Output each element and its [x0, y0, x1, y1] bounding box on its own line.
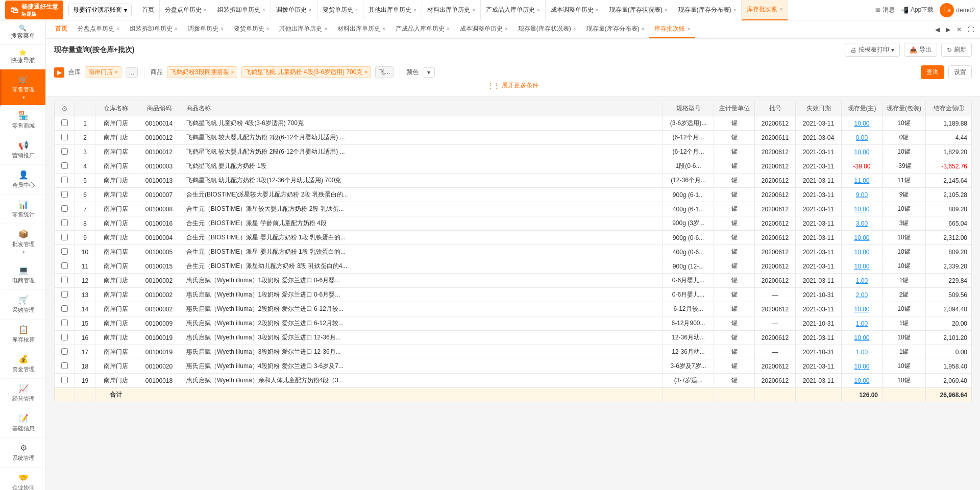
row-checkbox-17[interactable] [61, 362, 68, 369]
row-checkbox-6[interactable] [61, 205, 68, 212]
row-checkbox-14[interactable] [61, 320, 68, 326]
row-checkbox-8[interactable] [61, 234, 68, 240]
sidebar-item-finance[interactable]: 💰资金管理 [0, 349, 45, 379]
top-tab-close-xczl1[interactable]: × [665, 7, 668, 13]
row-checkbox-18[interactable] [61, 377, 68, 383]
account-selector[interactable]: 母婴行业演示账套 ▾ [68, 4, 132, 16]
sidebar-item-operation[interactable]: 📈经营管理 [0, 379, 45, 408]
cell-checkbox-5[interactable] [55, 188, 75, 202]
top-tab-close-kcpcc[interactable]: × [779, 7, 782, 12]
sub-tab-dysc[interactable]: 调拨单历史× [183, 20, 229, 38]
top-tab-close-xczl2[interactable]: × [733, 7, 737, 13]
nav-left-arrow[interactable]: ◀ [933, 25, 942, 34]
cell-stock-6[interactable]: 10.00 [842, 202, 883, 216]
top-tab-cbtzsc[interactable]: 成本调整单历史 × [546, 0, 604, 20]
cell-checkbox-9[interactable] [55, 245, 75, 259]
row-checkbox-15[interactable] [61, 334, 68, 340]
filter-expand-toggle[interactable]: ▶ [54, 67, 64, 78]
top-tab-close-dysc[interactable]: × [309, 7, 312, 13]
cell-stock-9[interactable]: 10.00 [842, 245, 883, 259]
cell-stock-10[interactable]: 10.00 [842, 259, 883, 274]
row-checkbox-11[interactable] [61, 277, 68, 283]
user-area[interactable]: Ea demo2 [940, 3, 975, 17]
cell-checkbox-8[interactable] [55, 231, 75, 245]
sidebar-item-ecommerce[interactable]: 💻电商管理 [0, 260, 45, 290]
top-tab-kcpcc[interactable]: 库存批次账 × [742, 0, 788, 20]
column-settings-icon[interactable]: ⚙ [61, 105, 68, 113]
sub-tab-close-ygsc[interactable]: × [266, 26, 270, 32]
top-tab-xczl1[interactable]: 现存量(库存状况表) × [604, 0, 673, 20]
sub-tab-close-qtcsc[interactable]: × [324, 26, 327, 32]
top-tab-qtcsc[interactable]: 其他出库单历史 × [363, 0, 422, 20]
row-checkbox-0[interactable] [61, 119, 68, 126]
cell-stock-18[interactable]: 10.00 [842, 374, 883, 388]
nav-expand-icon[interactable]: ⛶ [966, 25, 976, 34]
sub-tab-clcsc[interactable]: 材料出库单历史× [332, 20, 390, 38]
nav-close-icon[interactable]: ✕ [954, 25, 964, 34]
goods-tag-1[interactable]: 飞鹤奶粉3段同捆搭装 × [167, 66, 238, 78]
top-tab-close-cbtzsc[interactable]: × [596, 7, 599, 13]
color-filter-select[interactable]: ▾ [423, 67, 435, 78]
cell-checkbox-17[interactable] [55, 359, 75, 374]
sidebar-item-inventory[interactable]: 📋库存核算 [0, 320, 45, 349]
cell-checkbox-13[interactable] [55, 302, 75, 316]
goods-tag-more[interactable]: 飞... [375, 66, 394, 78]
sub-tab-close-xczl2[interactable]: × [642, 26, 645, 32]
sub-tab-zucjsc[interactable]: 组装拆卸单历史× [125, 20, 183, 38]
refresh-button[interactable]: ↻ 刷新 [941, 43, 972, 57]
top-tab-cprksc[interactable]: 产成品入库单历史 × [481, 0, 546, 20]
sub-tab-cbtzsc[interactable]: 成本调整单历史× [455, 20, 513, 38]
cell-stock-5[interactable]: 9.00 [842, 188, 883, 202]
sidebar-item-retail-stat[interactable]: 📊零售统计 [0, 194, 45, 224]
export-button[interactable]: 📤 导出 [904, 43, 937, 57]
cell-stock-11[interactable]: 1.00 [842, 274, 883, 288]
top-tab-zucjsc[interactable]: 组装拆卸单历史 × [212, 0, 271, 20]
row-checkbox-5[interactable] [61, 191, 68, 198]
sub-tab-close-clcsc[interactable]: × [382, 26, 385, 32]
sub-tab-fenpc[interactable]: 分盘点单历史× [72, 20, 125, 38]
cell-checkbox-11[interactable] [55, 274, 75, 288]
expand-conditions-btn[interactable]: ⋮⋮ 展开更多条件 [54, 79, 972, 92]
row-checkbox-13[interactable] [61, 305, 68, 312]
top-tab-close-ygsc[interactable]: × [355, 7, 358, 13]
row-checkbox-3[interactable] [61, 162, 68, 169]
row-checkbox-10[interactable] [61, 262, 68, 269]
cell-stock-8[interactable]: 10.00 [842, 231, 883, 245]
top-tab-clcsc[interactable]: 材料出库单历史 × [422, 0, 481, 20]
goods-tag-1-remove[interactable]: × [231, 69, 234, 75]
sub-tab-home[interactable]: 首页 [50, 20, 72, 38]
sub-tab-xczl2[interactable]: 现存量(库存分布表)× [581, 20, 650, 38]
top-tab-ygsc[interactable]: 要货单历史 × [317, 0, 364, 20]
search-menu[interactable]: 🔍 搜索菜单 [0, 20, 45, 45]
cell-stock-1[interactable]: 0.00 [842, 131, 883, 145]
sub-tab-close-xczl1[interactable]: × [573, 26, 576, 32]
row-checkbox-1[interactable] [61, 134, 68, 140]
print-button[interactable]: 🖨 按模板打印 ▾ [845, 43, 900, 57]
goods-tag-2[interactable]: 飞鹤星飞帆 儿童奶粉 4段(3-6岁适用) 700克 × [241, 66, 371, 78]
cell-checkbox-1[interactable] [55, 131, 75, 145]
sub-tab-close-fenpc[interactable]: × [116, 26, 119, 32]
row-checkbox-12[interactable] [61, 291, 68, 298]
settings-button[interactable]: 设置 [948, 65, 972, 79]
row-checkbox-7[interactable] [61, 219, 68, 226]
cell-stock-17[interactable]: 10.00 [842, 359, 883, 374]
row-checkbox-2[interactable] [61, 148, 68, 155]
th-settings[interactable]: ⚙ [55, 101, 75, 116]
cell-checkbox-15[interactable] [55, 331, 75, 345]
sidebar-item-retail[interactable]: 🛒零售管理▾ [0, 69, 45, 106]
quick-nav[interactable]: ⭐ 快捷导航 [0, 45, 45, 69]
cell-checkbox-18[interactable] [55, 374, 75, 388]
sub-tab-close-dysc[interactable]: × [220, 26, 224, 32]
sidebar-item-member[interactable]: 👤会员中心 [0, 165, 45, 194]
cell-stock-16[interactable]: 1.00 [842, 345, 883, 359]
row-checkbox-16[interactable] [61, 348, 68, 355]
cell-checkbox-10[interactable] [55, 259, 75, 274]
cell-stock-13[interactable]: 10.00 [842, 302, 883, 316]
sidebar-item-wholesale[interactable]: 📦批发管理▾ [0, 224, 45, 260]
sub-tab-close-zucjsc[interactable]: × [175, 26, 178, 32]
top-tab-home[interactable]: 首页 [137, 0, 160, 20]
sidebar-item-purchase[interactable]: 🛒采购管理 [0, 290, 45, 320]
nav-right-arrow[interactable]: ▶ [944, 25, 952, 34]
sub-tab-qtcsc[interactable]: 其他出库单历史× [274, 20, 332, 38]
top-tab-close-cprksc[interactable]: × [537, 7, 540, 13]
